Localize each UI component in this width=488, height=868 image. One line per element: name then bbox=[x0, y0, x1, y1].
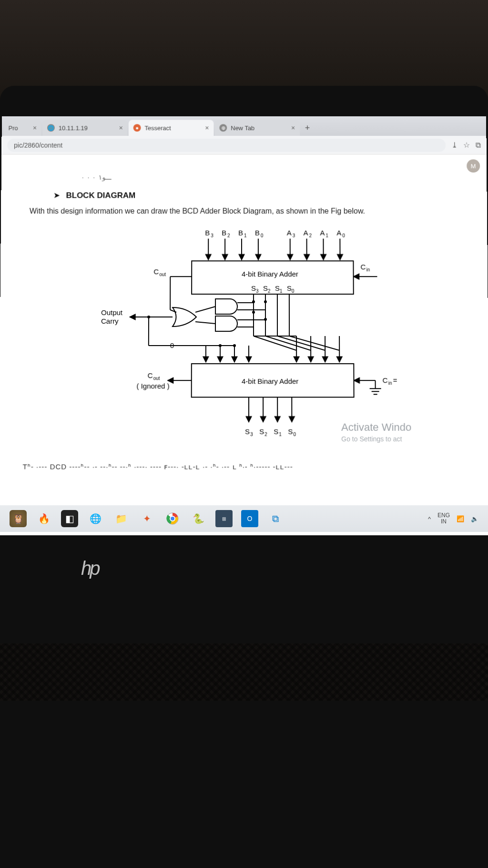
svg-text:B: B bbox=[238, 229, 243, 237]
truncated-text-line: Tʰ- ·--- DCD ----ʰ-- ·- --·ʰ-- --·ʰ ·---… bbox=[23, 462, 466, 471]
tab-label: New Tab bbox=[231, 124, 287, 132]
install-icon[interactable]: ⤓ bbox=[451, 141, 458, 150]
svg-text:B: B bbox=[205, 229, 210, 237]
system-tray: ^ ENG IN 📶 🔈 bbox=[428, 512, 478, 525]
close-icon[interactable]: × bbox=[33, 124, 37, 132]
globe-icon: ⊕ bbox=[219, 124, 227, 132]
svg-text:S: S bbox=[259, 428, 264, 436]
language-indicator[interactable]: ENG IN bbox=[437, 512, 450, 525]
close-icon[interactable]: × bbox=[119, 124, 123, 132]
windows-activation-watermark: Activate Windo Go to Settings to act bbox=[341, 421, 412, 443]
svg-text:Carry: Carry bbox=[101, 317, 119, 325]
svg-text:A: A bbox=[320, 229, 325, 237]
svg-text:Output: Output bbox=[101, 308, 123, 317]
extensions-icon[interactable]: ⧉ bbox=[476, 141, 481, 149]
svg-text:3: 3 bbox=[211, 233, 214, 238]
svg-line-53 bbox=[195, 306, 215, 312]
new-tab-button[interactable]: + bbox=[301, 121, 314, 134]
svg-text:0: 0 bbox=[293, 432, 296, 437]
tab-ip[interactable]: 🌐 10.11.1.19 × bbox=[42, 120, 128, 135]
svg-text:( Ignored ): ( Ignored ) bbox=[136, 382, 169, 390]
svg-text:out: out bbox=[159, 272, 166, 277]
svg-text:0: 0 bbox=[170, 341, 174, 349]
svg-line-54 bbox=[195, 322, 215, 324]
svg-point-121 bbox=[170, 516, 175, 521]
svg-text:A: A bbox=[304, 229, 308, 237]
svg-text:C: C bbox=[148, 371, 153, 379]
laptop-speaker-grille bbox=[0, 643, 488, 701]
svg-text:B: B bbox=[222, 229, 226, 237]
close-icon[interactable]: × bbox=[291, 124, 295, 132]
svg-text:S: S bbox=[251, 284, 256, 292]
tab-new[interactable]: ⊕ New Tab × bbox=[214, 120, 300, 135]
svg-line-56 bbox=[170, 310, 176, 312]
edge-browser-icon[interactable]: 🌐 bbox=[87, 510, 104, 527]
svg-text:3: 3 bbox=[256, 288, 259, 294]
svg-text:S: S bbox=[274, 428, 278, 436]
watermark-subtitle: Go to Settings to act bbox=[341, 435, 411, 443]
faint-header-text: · · · ـــو١ bbox=[82, 174, 463, 181]
adder1-label: 4-bit Binary Adder bbox=[242, 270, 298, 278]
svg-text:C: C bbox=[360, 263, 366, 271]
svg-text:1: 1 bbox=[280, 288, 283, 294]
svg-text:B: B bbox=[255, 229, 260, 237]
wifi-icon[interactable]: 📶 bbox=[457, 515, 464, 522]
app-icon: ● bbox=[133, 124, 141, 132]
url-text: pic/2860/content bbox=[14, 141, 62, 149]
globe-icon: 🌐 bbox=[47, 124, 55, 132]
svg-line-86 bbox=[265, 336, 311, 350]
svg-text:4-bit Binary Adder: 4-bit Binary Adder bbox=[242, 377, 298, 385]
svg-text:2: 2 bbox=[309, 233, 312, 238]
chrome-browser-icon[interactable] bbox=[164, 510, 181, 527]
section-title-text: BLOCK DIAGRAM bbox=[66, 191, 135, 200]
bcd-adder-diagram: B3 B2 B1 B0 A3 A2 A1 A0 bbox=[91, 227, 397, 458]
svg-text:= 0: = 0 bbox=[393, 376, 397, 384]
svg-text:2: 2 bbox=[227, 233, 230, 238]
svg-text:S: S bbox=[263, 284, 268, 292]
svg-text:S: S bbox=[245, 428, 250, 436]
url-input[interactable]: pic/2860/content bbox=[7, 138, 446, 152]
tab-label: Pro bbox=[9, 124, 30, 132]
svg-text:C: C bbox=[153, 267, 159, 276]
bullet-arrow-icon: ➤ bbox=[53, 191, 60, 200]
taskbar-app-icon[interactable]: ✦ bbox=[138, 510, 155, 527]
svg-text:S: S bbox=[288, 428, 293, 436]
windows-taskbar: 🦉 🔥 ◧ 🌐 📁 ✦ 🐍 ⊞ O ⧉ ^ ENG IN 📶 🔈 bbox=[0, 505, 488, 532]
svg-text:out: out bbox=[153, 376, 160, 381]
profile-avatar[interactable]: M bbox=[467, 159, 480, 173]
tray-chevron-icon[interactable]: ^ bbox=[428, 515, 431, 522]
svg-text:1: 1 bbox=[244, 233, 247, 238]
intro-paragraph: With this design information we can draw… bbox=[30, 207, 463, 215]
tab-tesseract[interactable]: ● Tesseract × bbox=[129, 120, 214, 135]
svg-text:S: S bbox=[287, 284, 292, 292]
svg-line-85 bbox=[254, 336, 296, 350]
star-icon[interactable]: ☆ bbox=[463, 141, 470, 150]
file-explorer-icon[interactable]: 📁 bbox=[112, 510, 130, 527]
close-icon[interactable]: × bbox=[205, 124, 209, 132]
svg-text:1: 1 bbox=[325, 233, 328, 238]
svg-text:2: 2 bbox=[268, 288, 271, 294]
outlook-icon[interactable]: O bbox=[241, 510, 258, 527]
watermark-title: Activate Windo bbox=[341, 421, 411, 435]
taskbar-app-icon[interactable]: ◧ bbox=[61, 510, 78, 527]
taskbar-app-icon[interactable]: 🔥 bbox=[35, 510, 52, 527]
svg-text:A: A bbox=[287, 229, 292, 237]
svg-text:C: C bbox=[383, 376, 388, 384]
lang-bottom: IN bbox=[437, 519, 450, 525]
svg-text:0: 0 bbox=[292, 288, 295, 294]
svg-text:A: A bbox=[336, 229, 341, 237]
python-icon[interactable]: 🐍 bbox=[190, 510, 207, 527]
taskbar-app-icon[interactable]: 🦉 bbox=[10, 510, 27, 527]
svg-line-87 bbox=[277, 336, 325, 350]
svg-text:0: 0 bbox=[342, 233, 345, 238]
sound-icon[interactable]: 🔈 bbox=[471, 515, 478, 522]
tab-pro[interactable]: Pro × bbox=[4, 120, 42, 135]
svg-text:in: in bbox=[388, 380, 392, 386]
svg-text:2: 2 bbox=[264, 432, 267, 437]
microsoft-store-icon[interactable]: ⊞ bbox=[215, 510, 233, 527]
tab-label: Tesseract bbox=[144, 124, 201, 132]
tab-label: 10.11.1.19 bbox=[59, 124, 115, 132]
svg-text:3: 3 bbox=[250, 432, 253, 437]
vscode-icon[interactable]: ⧉ bbox=[267, 510, 284, 527]
laptop-screen: Pro × 🌐 10.11.1.19 × ● Tesseract × ⊕ New… bbox=[0, 116, 488, 536]
